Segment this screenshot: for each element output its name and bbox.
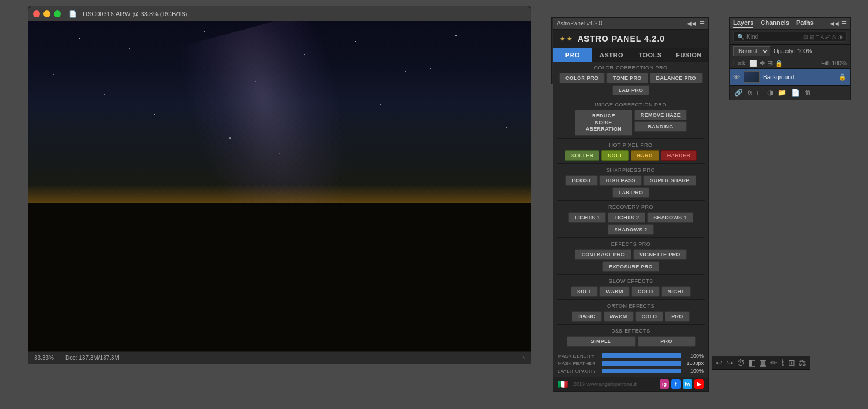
grid-icon[interactable]: ⊞ — [788, 358, 795, 367]
balance-pro-button[interactable]: BALANCE PRO — [650, 73, 703, 83]
bottom-tools-row: ↩ ↪ ⏱ ◧ ▦ ✏ ⌇ ⊞ ⚖ — [712, 356, 810, 370]
astro-menu-icon[interactable]: ☰ — [700, 20, 705, 27]
divider-3 — [557, 163, 705, 164]
layers-panel-tabs: Layers Channels Paths — [733, 19, 814, 28]
orton-cold-button[interactable]: COLD — [635, 311, 664, 322]
close-button[interactable] — [33, 10, 40, 17]
sliders-section: MASK DENSITY 100% MASK FEATHER 1000px LA… — [553, 351, 708, 377]
boost-button[interactable]: BOOST — [565, 175, 598, 186]
tone-pro-button[interactable]: TONE PRO — [606, 73, 648, 83]
tab-channels[interactable]: Channels — [760, 19, 789, 28]
glow-header: GLOW EFFECTS — [553, 276, 708, 285]
remove-haze-button[interactable]: REMOVE HAZE — [634, 110, 687, 120]
redo-icon[interactable]: ↪ — [726, 358, 733, 367]
group-icon[interactable]: 📁 — [777, 87, 788, 98]
mask-feather-label: MASK FEATHER — [558, 361, 599, 366]
lab-pro-button-color[interactable]: LAB PRO — [612, 85, 650, 95]
new-layer-icon[interactable]: 📄 — [790, 87, 801, 98]
layers-collapse-icon[interactable]: ◀◀ — [830, 20, 839, 27]
lights1-button[interactable]: LIGHTS 1 — [568, 212, 606, 223]
mask-feather-track[interactable] — [602, 361, 681, 366]
instagram-icon[interactable]: ig — [660, 379, 669, 389]
softer-button[interactable]: SOFTER — [565, 150, 599, 161]
search-bar[interactable]: 🔍 ▤ ▨ T A 🖋 ◎ ◑ — [733, 32, 847, 42]
brush-icon[interactable]: ⌇ — [781, 358, 785, 367]
mask-feather-row: MASK FEATHER 1000px — [558, 360, 704, 366]
astro-collapse-icon[interactable]: ◀◀ — [687, 20, 696, 27]
facebook-icon[interactable]: f — [671, 379, 681, 389]
layers-lock-row: Lock: ⬜ ✥ ⊞ 🔒 Fill: 100% — [730, 58, 850, 69]
lights2-button[interactable]: LIGHTS 2 — [608, 212, 645, 223]
minimize-button[interactable] — [43, 10, 50, 17]
undo-icon[interactable]: ↩ — [716, 358, 723, 367]
color-pro-button[interactable]: COLOR PRO — [559, 73, 605, 83]
effects-header: EFFECTS PRO — [553, 239, 708, 248]
history-icon[interactable]: ⏱ — [737, 358, 745, 367]
mask-icon[interactable]: ◻ — [756, 87, 764, 98]
super-sharp-button[interactable]: SUPER SHARP — [643, 175, 696, 186]
tab-tools[interactable]: TOOLS — [631, 48, 670, 62]
db-simple-button[interactable]: SIMPLE — [567, 336, 636, 347]
twitter-icon[interactable]: tw — [683, 379, 692, 389]
hard-button[interactable]: HARD — [631, 150, 659, 161]
mask-feather-value: 1000px — [683, 360, 704, 366]
search-input[interactable] — [746, 34, 793, 40]
levels-icon[interactable]: ◧ — [748, 358, 756, 367]
mask-feather-fill — [602, 361, 681, 366]
fill-label: Fill: 100% — [821, 60, 847, 67]
ground-silhouette — [28, 203, 531, 352]
soft-button[interactable]: SOFT — [601, 150, 628, 161]
tab-fusion[interactable]: FUSION — [670, 48, 708, 62]
shadows1-button[interactable]: SHADOWS 1 — [647, 212, 693, 223]
chart-icon[interactable]: ▦ — [759, 358, 767, 367]
orton-warm-button[interactable]: WARM — [604, 311, 634, 322]
glow-cold-button[interactable]: COLD — [631, 286, 660, 297]
astro-logo-icon: ✦✦ — [559, 34, 573, 43]
contrast-pro-button[interactable]: CONTRAST PRO — [575, 249, 631, 260]
divider-7 — [557, 299, 705, 300]
mask-density-row: MASK DENSITY 100% — [558, 353, 704, 359]
shadows2-button[interactable]: SHADOWS 2 — [608, 224, 653, 235]
adjustment-icon[interactable]: ◑ — [766, 87, 774, 98]
maximize-button[interactable] — [54, 10, 61, 17]
harder-button[interactable]: HARDER — [661, 150, 697, 161]
layer-opacity-row: LAYER OPACITY 100% — [558, 368, 704, 374]
layers-menu-icon[interactable]: ☰ — [841, 20, 847, 27]
high-pass-button[interactable]: HIGH PASS — [599, 175, 642, 186]
exposure-pro-button[interactable]: EXPOSURE PRO — [602, 261, 659, 272]
banding-button[interactable]: BANDING — [634, 121, 687, 132]
lock-position-icon[interactable]: ✥ — [760, 60, 765, 67]
layer-visibility-icon[interactable]: 👁 — [733, 73, 740, 81]
vignette-pro-button[interactable]: VIGNETTE PRO — [633, 249, 687, 260]
divider-1 — [557, 98, 705, 98]
canvas-area[interactable] — [28, 21, 531, 351]
db-pro-button[interactable]: PRO — [638, 336, 696, 347]
link-icon[interactable]: 🔗 — [733, 87, 744, 98]
layer-opacity-track[interactable] — [602, 369, 681, 373]
lock-artboard-icon[interactable]: ⊞ — [767, 60, 773, 67]
lock-pixel-icon[interactable]: ⬜ — [749, 60, 757, 67]
delete-layer-icon[interactable]: 🗑 — [803, 87, 812, 98]
tab-pro[interactable]: PRO — [553, 48, 592, 62]
youtube-icon[interactable]: ▶ — [694, 379, 704, 389]
tab-astro[interactable]: ASTRO — [592, 48, 631, 62]
lab-pro-button-sharp[interactable]: LAB PRO — [612, 187, 650, 198]
fx-icon[interactable]: fx — [746, 89, 753, 97]
pen-icon[interactable]: ✏ — [770, 358, 777, 367]
blend-mode-select[interactable]: Normal Multiply Screen — [733, 46, 770, 56]
tab-layers[interactable]: Layers — [733, 19, 753, 28]
glow-night-button[interactable]: NIGHT — [661, 286, 692, 297]
glow-soft-button[interactable]: SOFT — [571, 286, 598, 297]
background-layer-item[interactable]: 👁 Background 🔒 — [730, 69, 850, 85]
orton-pro-button[interactable]: PRO — [665, 311, 689, 322]
glow-warm-button[interactable]: WARM — [599, 286, 630, 297]
lock-all-icon[interactable]: 🔒 — [775, 60, 783, 67]
reduce-noise-aberration-button[interactable]: REDUCE NOISEABERRATION — [575, 110, 632, 136]
mask-density-track[interactable] — [602, 353, 681, 358]
search-icon: 🔍 — [737, 34, 744, 40]
tab-paths[interactable]: Paths — [796, 19, 814, 28]
divider-6 — [557, 274, 705, 275]
balance-icon[interactable]: ⚖ — [799, 358, 806, 367]
orton-basic-button[interactable]: BASIC — [572, 311, 602, 322]
astro-header: ✦✦ ASTRO PANEL 4.2.0 — [553, 30, 708, 48]
